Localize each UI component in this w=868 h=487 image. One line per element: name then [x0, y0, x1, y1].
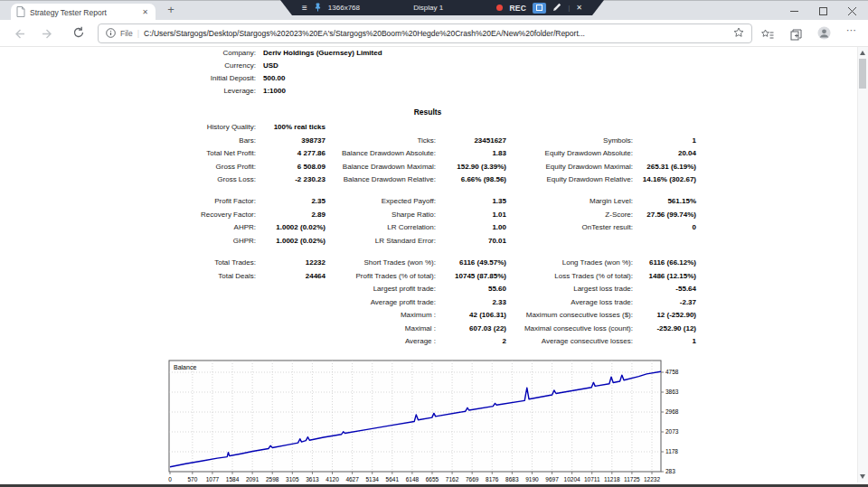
- stat-value: 1.0002 (0.02%): [276, 237, 326, 245]
- svg-text:2073: 2073: [665, 428, 679, 435]
- stat-value: 1.83: [492, 149, 506, 157]
- svg-text:570: 570: [187, 476, 197, 482]
- stat-value: -252.90 (12): [656, 324, 696, 332]
- stat-label: Average :: [405, 337, 436, 345]
- forward-button[interactable]: [42, 27, 54, 43]
- recording-dot-icon: [496, 5, 503, 11]
- screen-recorder-toolbar: ≡ 1366x768 Display 1 REC | ✕: [280, 0, 604, 15]
- svg-text:12232: 12232: [644, 476, 660, 482]
- stat-value: 24464: [306, 272, 326, 280]
- svg-text:283: 283: [665, 468, 675, 474]
- stat-value: 6116 (66.12%): [649, 258, 696, 267]
- stat-value: 1.01: [492, 211, 506, 219]
- stat-value: 70.01: [488, 237, 506, 245]
- stat-value: 265.31 (6.19%): [646, 163, 696, 171]
- svg-text:10711: 10711: [584, 476, 600, 482]
- stat-label: Profit Factor:: [214, 197, 256, 205]
- window-close-button[interactable]: [837, 1, 866, 21]
- recorder-edit-icon[interactable]: [552, 3, 561, 14]
- tab-strategy-tester-report[interactable]: Strategy Tester Report ✕: [11, 4, 156, 21]
- site-info-icon[interactable]: [106, 25, 116, 42]
- stat-label: Gross Profit:: [216, 163, 256, 171]
- stat-value: 10745 (87.85%): [455, 272, 506, 280]
- profile-avatar-icon[interactable]: [817, 26, 831, 43]
- stat-value: 2.35: [311, 197, 326, 205]
- address-bar[interactable]: File | C:/Users/Stargogs/Desktop/Stargog…: [98, 23, 752, 43]
- stat-value: 100% real ticks: [274, 123, 326, 131]
- stat-value: 42 (106.31): [469, 311, 506, 319]
- window-maximize-button[interactable]: [808, 1, 837, 21]
- recorder-separator: |: [568, 4, 570, 12]
- stat-label: Equity Drawdown Maximal:: [546, 163, 633, 171]
- header-label: Initial Deposit:: [211, 74, 256, 82]
- favorites-bar-icon[interactable]: [761, 28, 774, 44]
- stat-label: Loss Trades (% of total):: [554, 272, 633, 280]
- refresh-button[interactable]: [72, 26, 85, 42]
- stat-label: AHPR:: [234, 223, 256, 231]
- stat-value: 1: [693, 337, 696, 345]
- stat-label: Equity Drawdown Absolute:: [545, 149, 633, 157]
- stat-label: Recovery Factor:: [201, 211, 256, 219]
- stat-value: 27.56 (99.74%): [646, 211, 696, 219]
- stat-value: 1.35: [492, 197, 506, 205]
- stat-label: Balance Drawdown Absolute:: [342, 149, 436, 157]
- browser-window: Strategy Tester Report ✕ + ≡ 1366x768 Di…: [0, 0, 868, 487]
- scrollbar-up-icon[interactable]: [860, 51, 865, 55]
- stat-value: 561.15%: [667, 197, 696, 205]
- svg-text:8176: 8176: [486, 476, 499, 482]
- stat-label: Margin Level:: [590, 197, 633, 205]
- stat-value: 1.0002 (0.02%): [276, 223, 326, 231]
- recorder-pin-icon[interactable]: [314, 3, 322, 14]
- more-menu-icon[interactable]: ⋯: [846, 24, 856, 36]
- svg-text:4120: 4120: [326, 476, 339, 482]
- stat-value: -55.64: [675, 285, 696, 293]
- new-tab-button[interactable]: +: [164, 3, 178, 17]
- stat-label: Symbols:: [603, 136, 633, 145]
- stat-value: 2.33: [492, 298, 506, 306]
- report-page: Company:Deriv Holdings (Guernsey) Limite…: [0, 47, 857, 486]
- stat-label: Maximum :: [401, 311, 436, 319]
- stat-value: 4 277.86: [297, 149, 326, 157]
- page-favicon-icon: [16, 5, 25, 21]
- back-button[interactable]: [13, 27, 25, 43]
- stat-label: LR Standard Error:: [375, 237, 436, 245]
- stat-label: Average loss trade:: [571, 298, 633, 306]
- stat-value: -2 230.23: [295, 175, 326, 183]
- vertical-scrollbar[interactable]: [857, 47, 868, 482]
- stat-label: Short Trades (won %):: [363, 258, 436, 267]
- stat-label: Total Trades:: [214, 258, 256, 267]
- window-minimize-button[interactable]: [779, 1, 808, 21]
- svg-text:5641: 5641: [386, 476, 400, 482]
- header-value: Deriv Holdings (Guernsey) Limited: [263, 49, 382, 57]
- svg-text:2091: 2091: [246, 476, 259, 482]
- stat-value: 2: [503, 337, 506, 345]
- stat-label: Average consecutive losses:: [542, 337, 633, 345]
- url-scheme-label: File: [120, 29, 133, 38]
- scrollbar-thumb[interactable]: [859, 59, 866, 89]
- stat-value: 152.90 (3.39%): [457, 163, 506, 171]
- svg-text:6148: 6148: [406, 476, 420, 482]
- url-text[interactable]: C:/Users/Stargogs/Desktop/Stargogs%20202…: [144, 29, 729, 38]
- stat-value: 0: [693, 223, 696, 231]
- stat-label: GHPR:: [233, 237, 256, 245]
- scrollbar-down-icon[interactable]: [860, 474, 865, 479]
- recorder-close-icon[interactable]: ✕: [576, 4, 582, 12]
- svg-text:11725: 11725: [624, 476, 640, 482]
- stat-value: 398737: [301, 136, 326, 145]
- svg-text:9697: 9697: [545, 476, 559, 482]
- stat-value: 6116 (49.57%): [459, 258, 506, 267]
- tab-close-icon[interactable]: ✕: [140, 8, 150, 16]
- svg-text:4758: 4758: [665, 369, 679, 375]
- recorder-stop-button[interactable]: [533, 3, 546, 14]
- svg-text:8683: 8683: [505, 476, 519, 482]
- bookmark-star-icon[interactable]: [733, 25, 744, 42]
- stat-label: Maximal :: [405, 324, 436, 332]
- collections-icon[interactable]: [790, 28, 802, 44]
- svg-text:7669: 7669: [466, 476, 479, 482]
- stat-value: 2.89: [311, 211, 326, 219]
- recorder-menu-icon[interactable]: ≡: [302, 3, 307, 13]
- svg-text:7162: 7162: [446, 476, 459, 482]
- stat-value: 14.16% (302.67): [643, 175, 696, 183]
- tab-title: Strategy Tester Report: [30, 8, 140, 17]
- svg-text:3105: 3105: [286, 476, 299, 482]
